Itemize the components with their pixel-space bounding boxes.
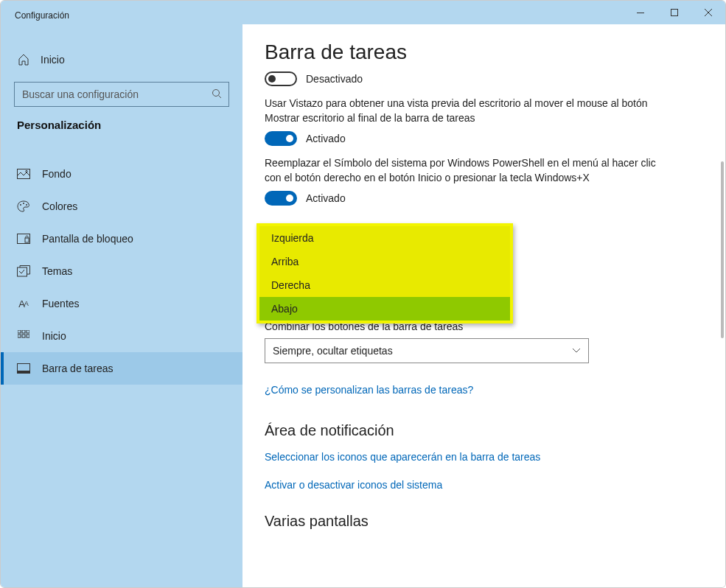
select-value: Siempre, ocultar etiquetas xyxy=(273,345,393,357)
dropdown-option-izquierda[interactable]: Izquierda xyxy=(259,226,510,250)
window-controls xyxy=(624,1,725,24)
svg-rect-13 xyxy=(27,330,29,333)
section-multi: Varias pantallas xyxy=(265,513,703,530)
sidebar-item-label: Pantalla de bloqueo xyxy=(42,233,133,245)
taskbar-icon xyxy=(17,363,30,374)
sidebar-item-barra[interactable]: Barra de tareas xyxy=(1,352,242,385)
dropdown-option-derecha[interactable]: Derecha xyxy=(259,273,510,297)
link-system-icons[interactable]: Activar o desactivar iconos del sistema xyxy=(265,479,703,491)
sidebar-item-fondo[interactable]: Fondo xyxy=(1,158,242,190)
svg-rect-11 xyxy=(18,330,21,333)
svg-rect-14 xyxy=(18,335,21,337)
toggle-label: Desactivado xyxy=(306,73,363,85)
svg-rect-16 xyxy=(27,335,29,337)
sidebar-item-label: Colores xyxy=(42,200,77,212)
toggle-row-2: Activado xyxy=(265,131,703,146)
home-link[interactable]: Inicio xyxy=(1,46,242,73)
search-input[interactable] xyxy=(14,82,229,107)
category-heading: Personalización xyxy=(1,119,242,144)
setting-desc-powershell: Reemplazar el Símbolo del sistema por Wi… xyxy=(265,156,663,185)
sidebar-item-bloqueo[interactable]: Pantalla de bloqueo xyxy=(1,223,242,255)
start-icon xyxy=(17,330,30,342)
sidebar-item-label: Fuentes xyxy=(42,298,80,309)
search-icon xyxy=(212,88,222,99)
help-link[interactable]: ¿Cómo se personalizan las barras de tare… xyxy=(265,384,703,396)
toggle-vistazo[interactable] xyxy=(265,131,297,146)
home-label: Inicio xyxy=(41,54,65,66)
svg-point-2 xyxy=(213,90,220,97)
fonts-icon: AA xyxy=(17,298,30,309)
sidebar-item-label: Fondo xyxy=(42,168,71,180)
page-title: Barra de tareas xyxy=(265,41,703,64)
sidebar-item-temas[interactable]: Temas xyxy=(1,255,242,287)
maximize-button[interactable] xyxy=(657,1,691,24)
sidebar-item-label: Inicio xyxy=(42,330,66,342)
sidebar-item-inicio[interactable]: Inicio xyxy=(1,320,242,352)
svg-rect-0 xyxy=(637,13,644,13)
svg-rect-12 xyxy=(22,330,25,333)
scrollbar[interactable] xyxy=(721,161,724,338)
nav-list: Fondo Colores Pantalla de bloqueo Temas … xyxy=(1,158,242,385)
combine-select[interactable]: Siempre, ocultar etiquetas xyxy=(265,338,589,363)
picture-icon xyxy=(17,168,30,180)
svg-rect-15 xyxy=(22,335,25,337)
sidebar-item-fuentes[interactable]: AA Fuentes xyxy=(1,287,242,320)
close-button[interactable] xyxy=(691,1,725,24)
svg-point-7 xyxy=(26,204,27,206)
svg-rect-1 xyxy=(671,10,678,16)
position-dropdown: Izquierda Arriba Derecha Abajo xyxy=(256,223,513,323)
toggle-row-3: Activado xyxy=(265,191,703,206)
svg-point-4 xyxy=(26,170,27,172)
sidebar-item-label: Temas xyxy=(42,265,72,277)
toggle-row-1: Desactivado xyxy=(265,71,703,86)
svg-point-5 xyxy=(20,204,21,206)
sidebar-item-label: Barra de tareas xyxy=(42,363,114,374)
lockscreen-icon xyxy=(17,233,30,245)
setting-desc-vistazo: Usar Vistazo para obtener una vista prev… xyxy=(265,97,663,125)
dropdown-option-arriba[interactable]: Arriba xyxy=(259,250,510,273)
svg-point-6 xyxy=(23,203,24,204)
section-notification: Área de notificación xyxy=(265,422,703,439)
sidebar: Inicio Personalización Fondo Colores xyxy=(1,24,242,587)
home-icon xyxy=(17,54,30,66)
chevron-down-icon xyxy=(572,348,581,354)
dropdown-option-abajo[interactable]: Abajo xyxy=(259,297,510,321)
svg-rect-18 xyxy=(18,371,30,374)
titlebar xyxy=(1,1,725,24)
toggle-label: Activado xyxy=(306,133,346,144)
palette-icon xyxy=(17,200,30,212)
sidebar-item-colores[interactable]: Colores xyxy=(1,190,242,223)
minimize-button[interactable] xyxy=(624,1,657,24)
themes-icon xyxy=(17,265,30,277)
search-wrap xyxy=(14,82,229,107)
toggle-label: Activado xyxy=(306,192,346,204)
toggle-desactivado[interactable] xyxy=(265,71,297,86)
window-title: Configuración xyxy=(15,10,69,21)
toggle-powershell[interactable] xyxy=(265,191,297,206)
link-select-icons[interactable]: Seleccionar los iconos que aparecerán en… xyxy=(265,451,703,463)
svg-rect-9 xyxy=(25,238,29,242)
